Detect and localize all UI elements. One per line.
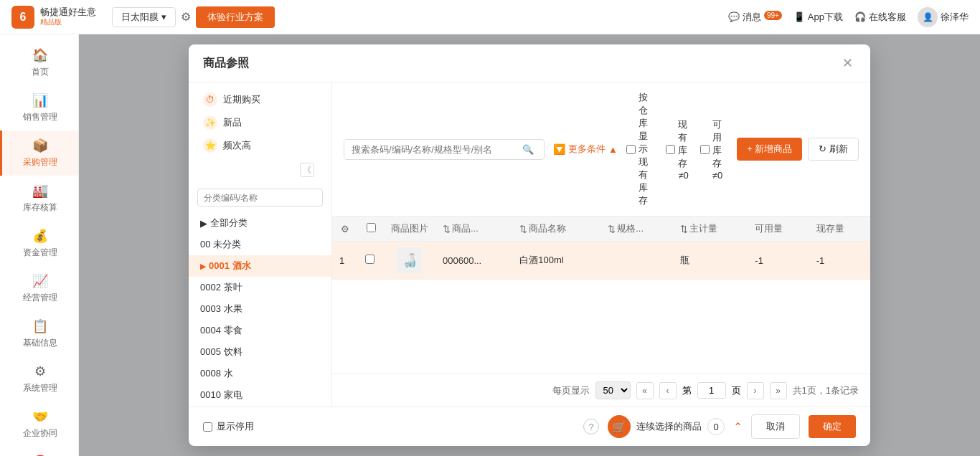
- sidebar-item-system[interactable]: ⚙ 系统管理: [0, 356, 78, 402]
- chevron-up-icon: ▲: [608, 144, 618, 155]
- new-icon: ✨: [203, 115, 217, 130]
- category-item-snack[interactable]: 0004 零食: [189, 320, 331, 341]
- col-name[interactable]: ⇅ 商品名称: [512, 217, 600, 242]
- row-checkbox[interactable]: [358, 242, 384, 280]
- category-item-water[interactable]: 0008 水: [189, 363, 331, 384]
- avatar: 👤: [918, 7, 938, 27]
- col-available[interactable]: 可用量: [748, 217, 809, 242]
- per-page-select[interactable]: 50: [595, 381, 631, 399]
- page-prev-button[interactable]: ‹: [659, 382, 677, 399]
- quick-filter-new[interactable]: ✨ 新品: [197, 111, 323, 134]
- frequent-icon: ⭐: [203, 138, 217, 153]
- mobile-icon: 📱: [793, 11, 805, 22]
- dialog-overlay: 商品参照 ✕ ⏱ 近期购买 ✨: [79, 34, 980, 456]
- filter-checkboxes: 按仓库显示现有库存 现有库存≠0 可用库存≠0: [626, 91, 722, 207]
- show-disabled-checkbox[interactable]: 显示停用: [203, 420, 254, 433]
- product-image: 🍶: [397, 247, 423, 273]
- category-item-beverage[interactable]: 0005 饮料: [189, 341, 331, 363]
- logo-area: 6 畅捷通好生意 精品版: [11, 6, 98, 29]
- page-last-button[interactable]: »: [770, 382, 787, 399]
- row-index: 1: [332, 242, 358, 280]
- table-header-row: ⚙ 商品图片: [332, 217, 870, 242]
- collapse-left-panel-button[interactable]: 《: [300, 163, 314, 177]
- available-nonzero-checkbox[interactable]: 可用库存≠0: [700, 118, 722, 181]
- col-code[interactable]: ⇅ 商品...: [435, 217, 512, 242]
- main-layout: 🏠 首页 📊 销售管理 📦 采购管理 🏭 库存核算 💰 资金管理 📈 经营管理 …: [0, 34, 980, 456]
- sort-icon: ⇅: [680, 224, 688, 234]
- app-download-nav-item[interactable]: 📱 App下载: [793, 11, 843, 24]
- sidebar-item-guide[interactable]: 🎯 新手引导: [0, 447, 78, 456]
- dialog-title: 商品参照: [203, 56, 249, 71]
- arrow-active-icon: ▶: [200, 262, 206, 270]
- sidebar-item-purchase[interactable]: 📦 采购管理: [0, 130, 78, 176]
- sidebar-item-inventory[interactable]: 🏭 库存核算: [0, 176, 78, 221]
- search-icon[interactable]: 🔍: [517, 140, 540, 159]
- col-checkbox[interactable]: [358, 217, 384, 242]
- category-search-icon[interactable]: 🔍: [317, 189, 323, 206]
- col-spec[interactable]: ⇅ 规格...: [600, 217, 673, 242]
- quick-filter-frequent[interactable]: ⭐ 频次高: [197, 134, 323, 157]
- product-search-bar: 🔍 🔽 更多条件 ▲ 按仓库显示现有库存: [332, 82, 870, 217]
- logo-icon: 6: [11, 6, 34, 29]
- message-nav-item[interactable]: 💬 消息 99+: [728, 11, 782, 24]
- sidebar-item-basic-info[interactable]: 📋 基础信息: [0, 311, 78, 356]
- sidebar-item-business[interactable]: 📈 经营管理: [0, 266, 78, 311]
- dialog-body: ⏱ 近期购买 ✨ 新品 ⭐ 频次高: [189, 82, 870, 407]
- page-next-button[interactable]: ›: [747, 382, 764, 399]
- finance-icon: 💰: [32, 228, 48, 244]
- quick-filter-recent[interactable]: ⏱ 近期购买: [197, 88, 323, 111]
- sort-icon: ⇅: [443, 224, 451, 234]
- warehouse-stock-checkbox[interactable]: 按仓库显示现有库存: [626, 91, 655, 207]
- sidebar-item-enterprise[interactable]: 🤝 企业协同: [0, 402, 78, 447]
- sidebar-item-finance[interactable]: 💰 资金管理: [0, 221, 78, 266]
- sales-icon: 📊: [32, 92, 48, 108]
- page-first-button[interactable]: «: [636, 382, 654, 399]
- logo-text: 畅捷通好生意 精品版: [40, 6, 96, 28]
- cart-icon[interactable]: 🛒: [608, 415, 631, 438]
- inventory-icon: 🏭: [32, 183, 48, 199]
- category-item-fruit[interactable]: 0003 水果: [189, 298, 331, 320]
- quick-filters: ⏱ 近期购买 ✨ 新品 ⭐ 频次高: [189, 82, 331, 163]
- category-item-tea[interactable]: 0002 茶叶: [189, 277, 331, 298]
- action-buttons: + 新增商品 ↻ 刷新: [737, 138, 859, 161]
- collapse-up-icon[interactable]: ⌃: [733, 420, 743, 434]
- dialog-footer: 显示停用 ? 🛒 连续选择的商品 0 ⌃ 取消 确定: [189, 407, 870, 446]
- purchase-icon: 📦: [32, 138, 48, 153]
- dialog-close-button[interactable]: ✕: [839, 54, 856, 72]
- add-product-button[interactable]: + 新增商品: [737, 138, 802, 161]
- page-label: 第: [682, 384, 692, 397]
- product-table: ⚙ 商品图片: [332, 217, 870, 280]
- category-item-all[interactable]: ▶ 全部分类: [189, 212, 331, 234]
- cart-area: 🛒 连续选择的商品 0: [608, 415, 725, 438]
- product-search-input[interactable]: [344, 140, 517, 159]
- nav-right: 💬 消息 99+ 📱 App下载 🎧 在线客服 👤 徐泽华: [728, 7, 969, 27]
- settings-icon[interactable]: ⚙: [176, 7, 196, 27]
- user-profile-nav-item[interactable]: 👤 徐泽华: [918, 7, 969, 27]
- online-service-nav-item[interactable]: 🎧 在线客服: [854, 11, 906, 24]
- help-icon[interactable]: ?: [583, 419, 599, 434]
- table-row[interactable]: 1 🍶 000600... 白酒100ml 瓶: [332, 242, 870, 280]
- sidebar-item-sales[interactable]: 📊 销售管理: [0, 85, 78, 130]
- store-selector[interactable]: 日太阳膜 ▾: [112, 7, 176, 27]
- category-item-liquor[interactable]: ▶ 0001 酒水: [189, 255, 331, 277]
- business-icon: 📈: [32, 273, 48, 289]
- refresh-button[interactable]: ↻ 刷新: [808, 138, 859, 161]
- row-image: 🍶: [384, 242, 435, 280]
- page-total-info: 共1页，1条记录: [793, 384, 859, 397]
- stock-nonzero-checkbox[interactable]: 现有库存≠0: [666, 118, 688, 181]
- try-industry-button[interactable]: 体验行业方案: [196, 6, 275, 28]
- cancel-button[interactable]: 取消: [751, 414, 800, 439]
- basic-info-icon: 📋: [32, 318, 48, 334]
- category-item-appliance[interactable]: 0010 家电: [189, 384, 331, 406]
- page-number-input[interactable]: [697, 382, 726, 399]
- category-search-input[interactable]: [198, 190, 317, 206]
- row-unit: 瓶: [673, 242, 748, 280]
- confirm-button[interactable]: 确定: [809, 415, 856, 438]
- col-unit[interactable]: ⇅ 主计量: [673, 217, 748, 242]
- col-settings[interactable]: ⚙: [332, 217, 358, 242]
- category-item-uncategorized[interactable]: 00 未分类: [189, 234, 331, 255]
- more-filters-button[interactable]: 🔽 更多条件 ▲: [553, 143, 618, 156]
- category-search-wrap: 🔍: [197, 189, 323, 206]
- sidebar: 🏠 首页 📊 销售管理 📦 采购管理 🏭 库存核算 💰 资金管理 📈 经营管理 …: [0, 34, 79, 456]
- sidebar-item-home[interactable]: 🏠 首页: [0, 40, 78, 85]
